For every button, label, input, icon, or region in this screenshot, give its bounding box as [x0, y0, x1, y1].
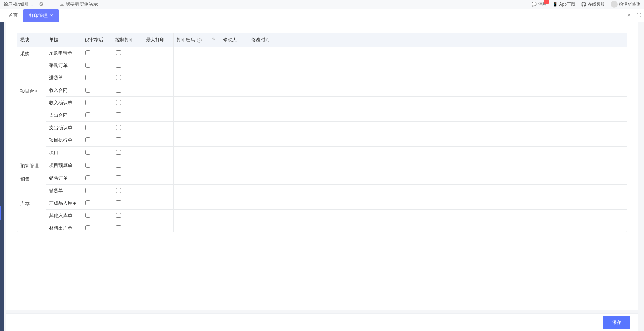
control-checkbox[interactable] [116, 125, 121, 130]
empty-cell [220, 72, 248, 84]
table-row: 项目合同收入合同 [17, 84, 627, 97]
document-cell: 其他入库单 [46, 210, 82, 222]
control-checkbox[interactable] [116, 50, 121, 55]
empty-cell [173, 222, 220, 232]
audit-checkbox[interactable] [85, 137, 90, 142]
save-button[interactable]: 保存 [603, 316, 630, 329]
empty-cell [248, 47, 627, 59]
user-menu[interactable]: 徐泽华修改 [611, 1, 640, 8]
empty-cell [248, 185, 627, 197]
empty-cell [220, 122, 248, 134]
audit-checkbox[interactable] [85, 88, 90, 93]
th-max-print: 最大打印... [143, 33, 173, 47]
audit-checkbox-cell [82, 197, 112, 210]
table-row: 项目 [17, 147, 627, 159]
control-checkbox-cell [112, 72, 143, 84]
audit-checkbox-cell [82, 134, 112, 147]
empty-cell [173, 47, 220, 59]
close-icon[interactable]: ✕ [50, 13, 53, 18]
edit-icon[interactable]: ✎ [212, 37, 215, 42]
document-cell: 销货单 [46, 185, 82, 197]
empty-cell [248, 222, 627, 232]
audit-checkbox[interactable] [85, 75, 90, 80]
control-checkbox[interactable] [116, 75, 121, 80]
control-checkbox-cell [112, 59, 143, 72]
gear-icon[interactable]: ⚙ [39, 1, 43, 7]
footer-bar: 保存 [6, 313, 638, 331]
empty-cell [143, 210, 173, 222]
message-link[interactable]: 💬 消息 [532, 1, 547, 7]
empty-cell [173, 185, 220, 197]
empty-cell [143, 147, 173, 159]
empty-cell [173, 159, 220, 172]
document-cell: 采购订单 [46, 59, 82, 72]
tab-home[interactable]: 首页 [3, 9, 23, 22]
tab-print-management[interactable]: 打印管理 ✕ [23, 9, 59, 22]
audit-checkbox-cell [82, 147, 112, 159]
demo-link-label: 我要看实例演示 [66, 1, 98, 7]
app-download-link[interactable]: 📱 App下载 [553, 1, 575, 7]
audit-checkbox[interactable] [85, 213, 90, 218]
audit-checkbox[interactable] [85, 63, 90, 68]
control-checkbox[interactable] [116, 163, 121, 168]
empty-cell [220, 210, 248, 222]
empty-cell [248, 97, 627, 109]
control-checkbox[interactable] [116, 63, 121, 68]
username-label: 徐泽华修改 [619, 1, 640, 7]
audit-checkbox[interactable] [85, 225, 90, 230]
control-checkbox[interactable] [116, 175, 121, 180]
audit-checkbox[interactable] [85, 188, 90, 193]
empty-cell [220, 59, 248, 72]
empty-cell [248, 84, 627, 97]
close-all-icon[interactable]: ✕ [627, 12, 631, 18]
empty-cell [143, 159, 173, 172]
audit-checkbox[interactable] [85, 112, 90, 117]
audit-checkbox[interactable] [85, 163, 90, 168]
empty-cell [143, 134, 173, 147]
help-icon[interactable]: ? [197, 38, 202, 43]
module-cell: 采购 [17, 47, 46, 84]
online-service-link[interactable]: 🎧 在线客服 [581, 1, 605, 7]
audit-checkbox[interactable] [85, 175, 90, 180]
control-checkbox-cell [112, 109, 143, 122]
demo-link[interactable]: ☁ 我要看实例演示 [59, 1, 98, 7]
control-checkbox[interactable] [116, 100, 121, 105]
audit-checkbox[interactable] [85, 100, 90, 105]
audit-checkbox[interactable] [85, 50, 90, 55]
table-body: 采购采购申请单采购订单进货单项目合同收入合同收入确认单支出合同支出确认单项目执行… [17, 47, 627, 232]
document-cell: 项目预算单 [46, 159, 82, 172]
table-row: 材料出库单 [17, 222, 627, 232]
module-cell: 库存 [17, 197, 46, 232]
control-checkbox[interactable] [116, 88, 121, 93]
audit-checkbox-cell [82, 84, 112, 97]
empty-cell [220, 185, 248, 197]
empty-cell [173, 197, 220, 210]
control-checkbox[interactable] [116, 213, 121, 218]
audit-checkbox[interactable] [85, 200, 90, 205]
audit-checkbox-cell [82, 172, 112, 185]
notification-badge [544, 0, 549, 4]
control-checkbox[interactable] [116, 188, 121, 193]
control-checkbox[interactable] [116, 150, 121, 155]
table-container[interactable]: 模块 单据 仅审核后... 控制打印... 最大打印... 打印密码 ? ✎ 修… [17, 33, 627, 232]
tab-print-label: 打印管理 [29, 12, 48, 19]
control-checkbox[interactable] [116, 137, 121, 142]
empty-cell [143, 185, 173, 197]
org-selector[interactable]: 徐老板勿删! ⌄ [4, 1, 34, 7]
control-checkbox[interactable] [116, 225, 121, 230]
control-checkbox[interactable] [116, 200, 121, 205]
empty-cell [220, 97, 248, 109]
control-checkbox[interactable] [116, 112, 121, 117]
fullscreen-icon[interactable]: ⛶ [636, 12, 641, 18]
control-checkbox-cell [112, 210, 143, 222]
audit-checkbox-cell [82, 122, 112, 134]
module-cell: 预算管理 [17, 159, 46, 172]
empty-cell [143, 172, 173, 185]
left-edge-stripe [0, 0, 4, 331]
audit-checkbox[interactable] [85, 125, 90, 130]
empty-cell [220, 147, 248, 159]
print-management-table: 模块 单据 仅审核后... 控制打印... 最大打印... 打印密码 ? ✎ 修… [17, 33, 627, 232]
document-cell: 支出合同 [46, 109, 82, 122]
audit-checkbox[interactable] [85, 150, 90, 155]
empty-cell [173, 134, 220, 147]
